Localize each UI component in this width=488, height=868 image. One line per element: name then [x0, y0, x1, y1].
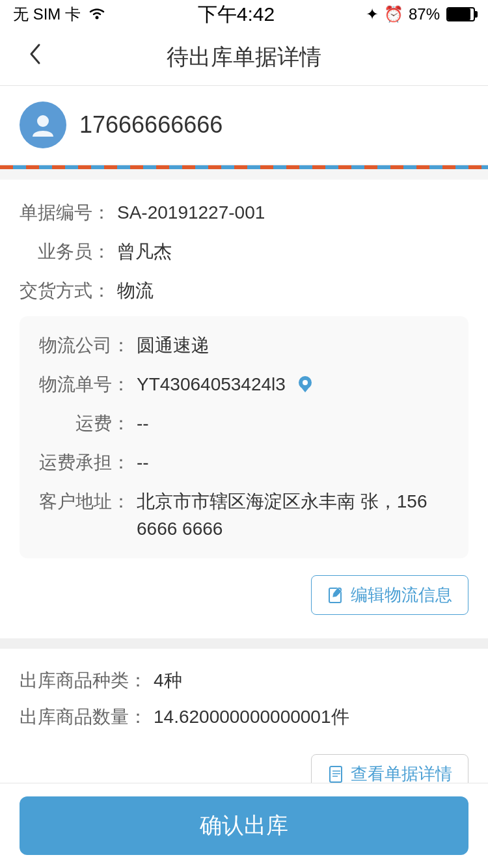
goods-types-label: 出库商品种类： [20, 668, 147, 693]
confirm-label: 确认出库 [200, 811, 288, 841]
edit-icon [327, 586, 346, 604]
document-icon [327, 765, 346, 783]
order-no-row: 单据编号： SA-20191227-001 [20, 199, 468, 226]
svg-rect-5 [330, 766, 342, 782]
dashed-separator [0, 165, 488, 169]
address-value: 北京市市辖区海淀区永丰南 张，156 6666 6666 [137, 488, 449, 543]
tracking-label: 物流单号： [39, 371, 130, 398]
avatar [20, 102, 66, 148]
logistics-company-row: 物流公司： 圆通速递 [39, 332, 449, 359]
delivery-row: 交货方式： 物流 [20, 277, 468, 305]
svg-point-0 [96, 16, 99, 20]
map-pin-icon[interactable] [293, 373, 317, 396]
status-bar: 无 SIM 卡 下午4:42 ✦ ⏰ 87% [0, 0, 488, 29]
edit-logistics-container: 编辑物流信息 [20, 569, 468, 619]
salesman-row: 业务员： 曾凡杰 [20, 238, 468, 265]
back-button[interactable] [20, 33, 51, 81]
status-left: 无 SIM 卡 [13, 4, 107, 25]
wifi-icon [87, 5, 107, 23]
status-time: 下午4:42 [198, 1, 275, 28]
salesman-value: 曾凡杰 [117, 238, 468, 265]
carrier-label: 无 SIM 卡 [13, 4, 81, 25]
address-label: 客户地址： [39, 488, 130, 515]
logistics-company-value: 圆通速递 [137, 332, 449, 359]
freight-bear-value: -- [137, 449, 449, 476]
freight-value: -- [137, 410, 449, 437]
order-no-value: SA-20191227-001 [117, 199, 468, 226]
logistics-card: 物流公司： 圆通速递 物流单号： YT43064053424l3 运费： -- [20, 316, 468, 558]
page-title: 待出库单据详情 [167, 42, 321, 72]
confirm-button[interactable]: 确认出库 [20, 796, 468, 855]
alarm-icon: ⏰ [384, 5, 403, 23]
goods-types-value: 4种 [154, 668, 182, 693]
order-no-label: 单据编号： [20, 199, 111, 226]
freight-bear-row: 运费承担： -- [39, 449, 449, 476]
basic-info-section: 单据编号： SA-20191227-001 业务员： 曾凡杰 交货方式： 物流 … [0, 180, 488, 638]
tracking-value: YT43064053424l3 [137, 371, 286, 398]
goods-quantity-value: 14.620000000000001件 [154, 705, 349, 729]
svg-point-1 [37, 115, 49, 127]
freight-label: 运费： [39, 410, 130, 437]
tracking-value-container: YT43064053424l3 [137, 371, 449, 398]
customer-phone: 17666666666 [79, 111, 223, 139]
customer-header: 17666666666 [0, 86, 488, 164]
logistics-company-label: 物流公司： [39, 332, 130, 359]
delivery-value: 物流 [117, 277, 468, 305]
tracking-row: 物流单号： YT43064053424l3 [39, 371, 449, 398]
edit-logistics-label: 编辑物流信息 [351, 584, 452, 606]
confirm-btn-bar: 确认出库 [0, 783, 488, 868]
view-details-label: 查看单据详情 [351, 763, 452, 785]
freight-row: 运费： -- [39, 410, 449, 437]
battery-percentage: 87% [409, 5, 440, 23]
freight-bear-label: 运费承担： [39, 449, 130, 476]
salesman-label: 业务员： [20, 238, 111, 265]
location-status-icon: ✦ [366, 5, 379, 23]
delivery-label: 交货方式： [20, 277, 111, 305]
edit-logistics-button[interactable]: 编辑物流信息 [311, 575, 468, 615]
address-row: 客户地址： 北京市市辖区海淀区永丰南 张，156 6666 6666 [39, 488, 449, 543]
section-divider [0, 638, 488, 649]
status-right: ✦ ⏰ 87% [366, 5, 475, 23]
goods-quantity-label: 出库商品数量： [20, 705, 147, 729]
battery-icon [446, 7, 475, 21]
goods-quantity-row: 出库商品数量： 14.620000000000001件 [20, 705, 468, 729]
svg-point-3 [303, 380, 308, 385]
goods-types-row: 出库商品种类： 4种 [20, 668, 468, 693]
nav-bar: 待出库单据详情 [0, 29, 488, 86]
